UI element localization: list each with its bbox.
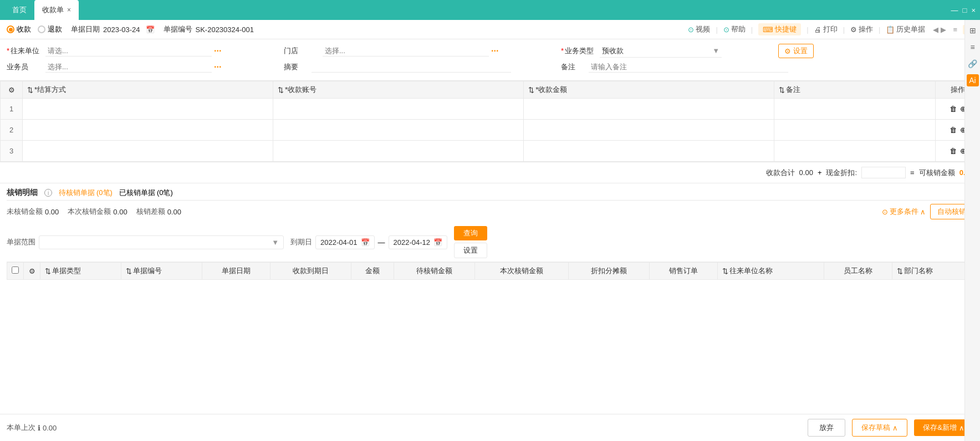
note-sort-icon[interactable]: ⇅: [779, 86, 785, 94]
row-2-delete-icon[interactable]: 🗑: [950, 126, 957, 134]
note-field: 备注: [561, 61, 827, 73]
row-2-amount[interactable]: [524, 120, 774, 141]
date-value[interactable]: 2023-03-24: [103, 25, 140, 34]
window-minimize-btn[interactable]: —: [951, 6, 958, 14]
col-doc-type-header: ⇅ 单据类型: [40, 263, 121, 280]
receipt-radio[interactable]: 收款: [7, 24, 31, 34]
main-table-container: ⚙ ⇅ *结算方式 ⇅ *收款账号: [0, 81, 980, 162]
verify-header: 核销明细 i 待核销单据 (0笔) 已核销单据 (0笔): [7, 183, 973, 201]
home-tab[interactable]: 首页: [4, 0, 34, 20]
print-action[interactable]: 🖨 打印: [814, 24, 838, 34]
row-1-amount[interactable]: [524, 99, 774, 120]
video-action[interactable]: ⊙ 视频: [688, 24, 710, 34]
note-input[interactable]: [589, 61, 788, 73]
row-1-delete-icon[interactable]: 🗑: [950, 105, 957, 113]
summary-field: 摘要: [284, 61, 550, 73]
nav-prev-icon[interactable]: ◀: [933, 25, 938, 34]
history-action[interactable]: 📋 历史单据: [886, 24, 925, 34]
window-maximize-btn[interactable]: □: [963, 6, 967, 14]
row-1-account[interactable]: [273, 99, 524, 120]
row-3-account[interactable]: [273, 141, 524, 162]
row-2-note[interactable]: [774, 120, 936, 141]
col-discount-header: 折扣分摊额: [568, 263, 649, 280]
row-2-settlement[interactable]: [23, 120, 273, 141]
number-value[interactable]: SK-20230324-001: [196, 25, 254, 34]
col-current-amount-header: 本次核销金额: [474, 263, 568, 280]
sidebar-table-icon[interactable]: ⊞: [967, 24, 979, 37]
done-verify-tab[interactable]: 已核销单据 (0笔): [119, 188, 173, 198]
doc-type-sort[interactable]: ⇅: [45, 267, 51, 275]
toolbar-row: 收款 退款 单据日期 2023-03-24 📅 单据编号 SK-20230324…: [0, 20, 980, 39]
account-sort-icon[interactable]: ⇅: [278, 86, 284, 94]
dept-sort[interactable]: ⇅: [897, 267, 903, 275]
table-row: 3 🗑 ⊕: [1, 141, 980, 162]
col-checkbox-header[interactable]: [7, 263, 24, 280]
shortcut-action[interactable]: ⌨ 快捷键: [758, 23, 801, 35]
start-date-input[interactable]: 2022-04-01 📅: [315, 235, 375, 249]
row-2-account[interactable]: [273, 120, 524, 141]
row-3-note[interactable]: [774, 141, 936, 162]
abandon-btn[interactable]: 放弃: [808, 419, 845, 437]
note-label: 备注: [561, 62, 589, 72]
range-select[interactable]: ▼: [39, 235, 284, 249]
amount-sort-icon[interactable]: ⇅: [528, 86, 534, 94]
pending-count: (0笔): [96, 188, 113, 198]
select-all-checkbox[interactable]: [12, 266, 19, 274]
refund-radio[interactable]: 退款: [38, 24, 62, 34]
biz-type-field: 业务类型 预收款 ▼: [561, 45, 772, 58]
list-view-icon[interactable]: ≡: [953, 25, 957, 34]
discount-input[interactable]: [861, 167, 906, 178]
settlement-sort-icon[interactable]: ⇅: [27, 86, 33, 94]
discount-label: 现金折扣:: [826, 168, 857, 178]
settings-btn[interactable]: ⚙ 设置: [778, 44, 814, 58]
staff-more-btn[interactable]: ···: [214, 62, 221, 72]
col-partner-header: ⇅ 往来单位名称: [717, 263, 824, 280]
col-amount-header2: 金额: [351, 263, 394, 280]
sidebar-attachment-icon[interactable]: 🔗: [967, 58, 979, 70]
settings-icon[interactable]: ⚙: [8, 86, 15, 94]
close-tab-icon[interactable]: ×: [67, 6, 71, 14]
row-1-note[interactable]: [774, 99, 936, 120]
query-btn[interactable]: 查询: [454, 226, 487, 240]
receipt-tab[interactable]: 收款单 ×: [34, 0, 79, 20]
save-draft-btn[interactable]: 保存草稿 ∧: [852, 419, 907, 437]
staff-input[interactable]: [45, 61, 212, 73]
counterparty-more-btn[interactable]: ···: [214, 46, 221, 56]
bottom-info-icon[interactable]: ℹ: [38, 424, 40, 432]
more-conditions-btn[interactable]: ⊙ 更多条件 ∧: [882, 207, 926, 217]
col-note-header: ⇅ 备注: [774, 81, 936, 99]
help-action[interactable]: ⊙ 帮助: [723, 24, 746, 34]
verify-info-icon[interactable]: i: [44, 189, 52, 197]
sidebar-list-icon[interactable]: ≡: [967, 41, 979, 53]
store-more-btn[interactable]: ···: [491, 46, 498, 56]
date-range-filter: 到期日 2022-04-01 📅 — 2022-04-12 📅: [290, 235, 447, 249]
row-3-settlement[interactable]: [23, 141, 273, 162]
col-settings2-header[interactable]: ⚙: [24, 263, 40, 280]
col-settings-header[interactable]: ⚙: [1, 81, 23, 99]
row-1-settlement[interactable]: [23, 99, 273, 120]
counterparty-input[interactable]: [45, 45, 212, 57]
row-3-amount[interactable]: [524, 141, 774, 162]
biz-type-select[interactable]: 预收款 ▼: [600, 45, 722, 58]
receipt-type-radio-group: 收款 退款: [7, 24, 62, 34]
partner-sort[interactable]: ⇅: [722, 267, 728, 275]
end-date-input[interactable]: 2022-04-12 📅: [389, 235, 448, 249]
summary-input[interactable]: [312, 61, 511, 73]
filter-settings-btn[interactable]: 设置: [454, 243, 487, 258]
bottom-info: 本单上次 ℹ 0.00: [7, 423, 57, 433]
calendar-icon[interactable]: 📅: [146, 25, 155, 34]
row-3-delete-icon[interactable]: 🗑: [950, 147, 957, 155]
filter-row: 单据范围 ▼ 到期日 2022-04-01 📅 — 2022-04-12 📅: [7, 223, 973, 262]
store-input[interactable]: [323, 45, 489, 57]
window-close-btn[interactable]: ×: [971, 6, 976, 14]
receipt-radio-label: 收款: [17, 24, 31, 34]
current-value: 0.00: [113, 208, 127, 216]
operations-action[interactable]: ⚙ 操作: [850, 24, 873, 34]
summary-label: 摘要: [284, 62, 312, 72]
doc-num-sort[interactable]: ⇅: [126, 267, 132, 275]
sidebar-ai-icon[interactable]: Ai: [967, 74, 979, 86]
pending-verify-tab[interactable]: 待核销单据 (0笔): [59, 188, 113, 198]
window-controls: — □ ×: [951, 6, 976, 14]
done-count: (0笔): [157, 188, 173, 198]
nav-next-icon[interactable]: ▶: [941, 25, 946, 34]
